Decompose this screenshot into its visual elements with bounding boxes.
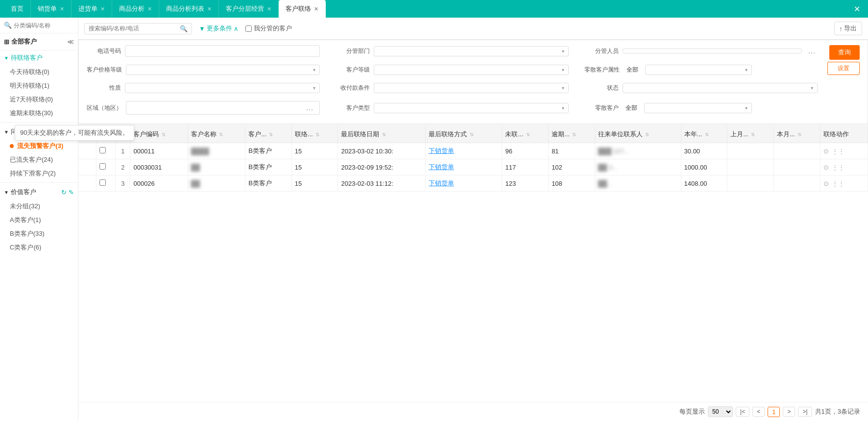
tab-purchase[interactable]: 进货单 ✕ <box>72 0 112 18</box>
prev-page-button[interactable]: < <box>752 407 765 417</box>
sidebar-item-overdue-pending[interactable]: 逾期未联络(30) <box>0 106 78 120</box>
row1-method-link[interactable]: 下销货单 <box>429 147 454 154</box>
person-select[interactable] <box>623 49 802 53</box>
row2-uncontact: 117 <box>502 159 549 175</box>
col-this-year[interactable]: 本年... ⇅ <box>681 126 727 143</box>
price-level-select[interactable]: ▾ <box>126 65 320 75</box>
search-input[interactable] <box>89 25 178 32</box>
query-button[interactable]: 查询 <box>829 45 860 60</box>
current-page: 1 <box>768 407 780 417</box>
row3-check[interactable] <box>99 179 106 186</box>
region-more-icon[interactable]: … <box>304 103 315 112</box>
row1-overdue: 81 <box>549 143 595 159</box>
retail-attr-select[interactable]: ▾ <box>645 65 752 75</box>
risk-tooltip: 90天未交易的客户，可能有流失风险。 <box>15 125 78 141</box>
col-contact[interactable]: 联络... ⇅ <box>291 126 338 143</box>
sidebar-group-pending[interactable]: ▼ 待联络客户 <box>0 50 78 65</box>
tab-purchase-close[interactable]: ✕ <box>100 6 105 12</box>
col-uncontact[interactable]: 未联... ⇅ <box>502 126 549 143</box>
row1-check[interactable] <box>99 147 106 153</box>
first-page-button[interactable]: |< <box>736 407 749 417</box>
refresh-icon[interactable]: ↻ <box>61 189 67 196</box>
sidebar-item-today-pending[interactable]: 今天待联络(0) <box>0 65 78 79</box>
row3-method-link[interactable]: 下销货单 <box>429 179 454 187</box>
sidebar-item-ungroup[interactable]: 未分组(32) <box>0 199 78 213</box>
tab-analysis[interactable]: 商品分析 ✕ <box>112 0 159 18</box>
col-last-contact-date[interactable]: 最后联络日期 ⇅ <box>338 126 426 143</box>
tab-analysis-close[interactable]: ✕ <box>147 6 152 12</box>
row2-action: ⊙ ⋮⋮ <box>820 159 868 175</box>
dept-select[interactable]: ▾ <box>374 46 569 56</box>
retail-customer-select[interactable]: ▾ <box>644 103 752 113</box>
region-select[interactable]: … <box>126 101 320 115</box>
window-close-button[interactable]: ✕ <box>850 4 864 14</box>
sidebar-item-b-class[interactable]: B类客户(33) <box>0 227 78 241</box>
sidebar-item-c-class[interactable]: C类客户(6) <box>0 241 78 254</box>
row3-action-icon2[interactable]: ⋮⋮ <box>832 180 844 187</box>
tab-customer-contact[interactable]: 客户联络 ✕ <box>279 0 326 18</box>
sidebar-item-declining[interactable]: 持续下滑客户(2) <box>0 167 78 180</box>
sidebar-item-7days-pending[interactable]: 近7天待联络(0) <box>0 93 78 106</box>
row2-unit-contact: ██ 3... <box>595 159 681 175</box>
tab-analysis-list-close[interactable]: ✕ <box>207 6 212 12</box>
row2-contact: 15 <box>291 159 338 175</box>
col-overdue[interactable]: 逾期... ⇅ <box>549 126 595 143</box>
row3-checkbox[interactable] <box>96 175 116 192</box>
per-page-select[interactable]: 50 100 200 <box>708 406 733 417</box>
col-this-month[interactable]: 本月... ⇅ <box>773 126 820 143</box>
tab-customer-segment[interactable]: 客户分层经营 ✕ <box>219 0 279 18</box>
col-code[interactable]: 客户编码 ⇅ <box>130 126 188 143</box>
collapse-icon[interactable]: ≪ <box>67 38 74 46</box>
row2-last-method[interactable]: 下销货单 <box>426 159 502 175</box>
sidebar-search-input[interactable] <box>14 22 74 29</box>
table-wrap: ⚙ # 客户编码 ⇅ 客户名称 ⇅ <box>78 126 868 402</box>
total-pages-label: 共1页，3条记录 <box>815 407 860 416</box>
edit-icon[interactable]: ✎ <box>69 189 74 196</box>
col-name[interactable]: 客户名称 ⇅ <box>188 126 245 143</box>
gender-select[interactable]: ▾ <box>125 83 320 93</box>
phone-input[interactable] <box>125 45 320 57</box>
row1-last-method[interactable]: 下销货单 <box>426 143 502 159</box>
status-select[interactable]: ▾ <box>623 83 818 93</box>
tab-customer-contact-close[interactable]: ✕ <box>314 6 318 12</box>
row1-checkbox[interactable] <box>96 143 116 159</box>
sidebar-group-value[interactable]: ▼ 价值客户 ↻ ✎ <box>0 185 78 199</box>
row2-action-icon1[interactable]: ⊙ <box>823 164 829 171</box>
col-unit-contacts[interactable]: 往来单位联系人 ⇅ <box>595 126 681 143</box>
row2-action-icon2[interactable]: ⋮⋮ <box>832 164 844 171</box>
row3-type: B类客户 <box>245 175 292 192</box>
person-more-icon[interactable]: … <box>806 47 818 55</box>
tab-customer-segment-close[interactable]: ✕ <box>267 6 271 12</box>
col-type[interactable]: 客户... ⇅ <box>245 126 292 143</box>
row2-type: B类客户 <box>245 159 292 175</box>
col-last-month[interactable]: 上月... ⇅ <box>727 126 774 143</box>
row2-check[interactable] <box>99 163 106 170</box>
sidebar-all-customers[interactable]: ⊞ 全部客户 ≪ <box>0 33 78 50</box>
row2-method-link[interactable]: 下销货单 <box>429 163 454 171</box>
customer-type-select[interactable]: ▾ <box>374 103 569 113</box>
row3-action-icon1[interactable]: ⊙ <box>823 180 829 187</box>
row1-action-icon1[interactable]: ⊙ <box>823 148 829 155</box>
my-customers-checkbox-wrap[interactable]: 我分管的客户 <box>245 24 292 33</box>
more-conditions-button[interactable]: ▼ 更多条件 ∧ <box>196 23 241 34</box>
next-page-button[interactable]: > <box>783 407 795 417</box>
customer-level-select[interactable]: ▾ <box>374 65 569 75</box>
last-page-button[interactable]: >| <box>798 407 812 417</box>
my-customers-checkbox[interactable] <box>245 25 252 32</box>
row3-last-method[interactable]: 下销货单 <box>426 175 502 192</box>
tab-home[interactable]: 首页 <box>4 0 31 18</box>
row1-action-icon2[interactable]: ⋮⋮ <box>832 148 844 155</box>
col-last-contact-method[interactable]: 最后联络方式 ⇅ <box>426 126 502 143</box>
tab-sales[interactable]: 销货单 ✕ <box>31 0 72 18</box>
payment-select[interactable]: ▾ <box>374 83 569 93</box>
tab-analysis-list[interactable]: 商品分析列表 ✕ <box>159 0 219 18</box>
sidebar-item-tomorrow-pending[interactable]: 明天待联络(1) <box>0 79 78 93</box>
export-button[interactable]: ↑ 导出 <box>834 22 863 35</box>
sidebar-item-a-class[interactable]: A类客户(1) <box>0 213 78 227</box>
tab-sales-close[interactable]: ✕ <box>60 6 64 12</box>
settings-button[interactable]: 设置 <box>827 62 860 75</box>
row2-checkbox[interactable] <box>96 159 116 175</box>
sidebar-item-churn-warning[interactable]: 流失预警客户(3) <box>0 139 78 153</box>
sidebar-item-churned[interactable]: 已流失客户(24) <box>0 153 78 167</box>
row2-this-year: 1000.00 <box>681 159 727 175</box>
